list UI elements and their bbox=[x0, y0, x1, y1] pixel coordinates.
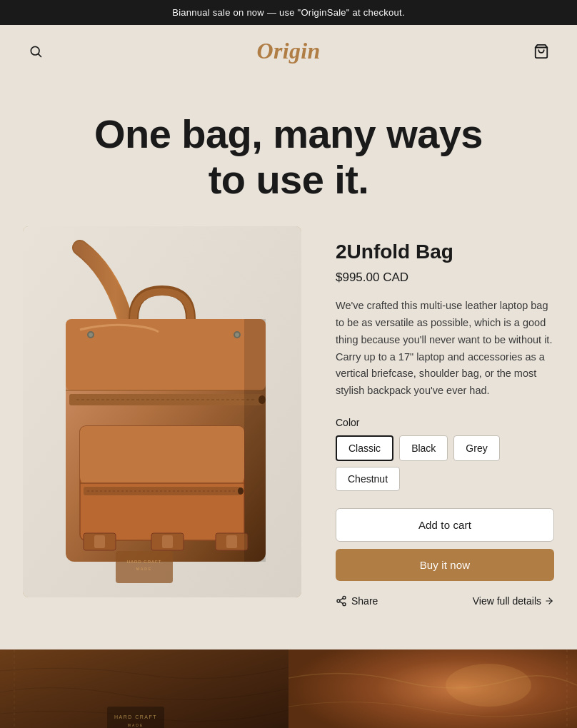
cart-icon bbox=[533, 44, 549, 59]
svg-rect-5 bbox=[66, 319, 266, 390]
svg-point-16 bbox=[238, 487, 244, 495]
buy-now-button[interactable]: Buy it now bbox=[336, 549, 554, 581]
svg-point-0 bbox=[31, 46, 39, 55]
product-image: HARD CRAFT MADE bbox=[23, 226, 301, 597]
color-option-chestnut[interactable]: Chestnut bbox=[336, 467, 400, 491]
svg-text:MADE: MADE bbox=[128, 723, 144, 727]
cart-button[interactable] bbox=[528, 39, 554, 64]
share-button[interactable]: Share bbox=[336, 595, 378, 607]
svg-line-1 bbox=[39, 54, 41, 56]
site-logo[interactable]: Origin bbox=[256, 38, 320, 64]
svg-line-35 bbox=[340, 599, 343, 601]
share-label: Share bbox=[351, 595, 378, 607]
bottom-strip-left: HARD CRAFT MADE bbox=[0, 649, 288, 728]
color-label: Color bbox=[336, 417, 554, 428]
svg-text:HARD CRAFT: HARD CRAFT bbox=[114, 714, 157, 719]
color-options: Classic Black Grey Chestnut bbox=[336, 435, 554, 491]
product-image-svg: HARD CRAFT MADE bbox=[23, 226, 301, 597]
header: Origin bbox=[0, 25, 577, 77]
bottom-image-strip: HARD CRAFT MADE bbox=[0, 649, 577, 728]
product-price: $995.00 CAD bbox=[336, 271, 554, 285]
product-description: We've crafted this multi-use leather lap… bbox=[336, 298, 554, 400]
search-button[interactable] bbox=[23, 39, 49, 64]
svg-rect-12 bbox=[80, 426, 244, 483]
svg-rect-20 bbox=[162, 535, 173, 548]
add-to-cart-button[interactable]: Add to cart bbox=[336, 508, 554, 542]
svg-text:MADE: MADE bbox=[136, 567, 152, 571]
strip-left-image: HARD CRAFT MADE bbox=[0, 649, 288, 728]
svg-point-24 bbox=[89, 333, 93, 337]
hero-heading-line2: to use it. bbox=[209, 157, 369, 202]
hero-heading-line1: One bag, many ways bbox=[94, 111, 483, 156]
product-footer: Share View full details bbox=[336, 595, 554, 607]
svg-rect-22 bbox=[226, 535, 237, 548]
svg-rect-30 bbox=[244, 319, 266, 562]
svg-text:HARD CRAFT: HARD CRAFT bbox=[127, 560, 162, 564]
color-option-black[interactable]: Black bbox=[399, 435, 448, 461]
strip-right-image bbox=[288, 649, 577, 728]
svg-point-26 bbox=[235, 333, 239, 337]
svg-rect-43 bbox=[288, 649, 577, 728]
color-option-classic[interactable]: Classic bbox=[336, 435, 393, 461]
search-icon bbox=[29, 44, 43, 59]
announcement-bar: Biannual sale on now — use "OriginSale" … bbox=[0, 0, 577, 25]
share-icon bbox=[336, 595, 347, 607]
hero-heading: One bag, many ways to use it. bbox=[23, 111, 554, 203]
view-full-details-link[interactable]: View full details bbox=[473, 595, 554, 607]
arrow-right-icon bbox=[544, 596, 554, 606]
bottom-strip-right bbox=[288, 649, 577, 728]
svg-point-44 bbox=[446, 664, 531, 707]
svg-line-34 bbox=[340, 602, 343, 604]
product-section: HARD CRAFT MADE 2Unfold Bag $995.00 CAD … bbox=[0, 226, 577, 650]
hero-section: One bag, many ways to use it. bbox=[0, 77, 577, 226]
product-title: 2Unfold Bag bbox=[336, 241, 554, 263]
product-info: 2Unfold Bag $995.00 CAD We've crafted th… bbox=[336, 226, 554, 607]
view-full-details-label: View full details bbox=[473, 595, 541, 607]
announcement-text: Biannual sale on now — use "OriginSale" … bbox=[172, 7, 405, 18]
color-option-grey[interactable]: Grey bbox=[453, 435, 499, 461]
svg-rect-18 bbox=[94, 535, 105, 548]
